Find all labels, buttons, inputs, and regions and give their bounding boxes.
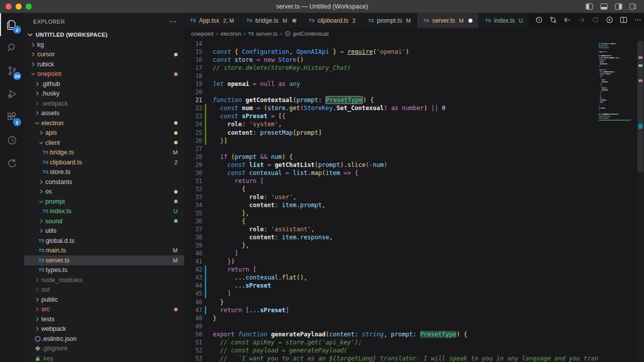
tree-folder-cursor[interactable]: cursor (24, 50, 184, 60)
customize-layout-icon[interactable] (629, 3, 637, 10)
minimize-window-button[interactable] (16, 4, 22, 10)
tree-item-label: .key (42, 355, 53, 362)
tree-file-bridge.ts[interactable]: TSbridge.tsM (24, 148, 184, 158)
line-number: 40 (184, 249, 202, 257)
editor-scrollbar[interactable] (637, 39, 644, 362)
tree-folder-assets[interactable]: assets (24, 109, 184, 119)
tree-folder-utils[interactable]: utils (24, 226, 184, 236)
split-editor-icon[interactable] (620, 16, 627, 26)
gutter-change-indicator (205, 169, 206, 177)
gutter-change-indicator (205, 290, 206, 298)
code-line: 36 { (184, 217, 599, 225)
code-editor[interactable]: 1415const { Configuration, OpenAIApi } =… (184, 39, 644, 362)
line-number: 25 (184, 129, 202, 137)
search-icon[interactable] (0, 36, 24, 59)
scrollbar-thumb[interactable] (637, 41, 643, 172)
tree-folder-dot-husky[interactable]: .husky (24, 89, 184, 99)
gutter-change-indicator (205, 80, 206, 88)
toggle-panel-icon[interactable] (600, 3, 608, 10)
tree-folder-src[interactable]: src (24, 305, 184, 315)
tree-folder-sound[interactable]: sound (24, 216, 184, 226)
zoom-window-button[interactable] (26, 4, 32, 10)
line-number: 41 (184, 257, 202, 265)
tree-folder-constants[interactable]: constants (24, 177, 184, 187)
tab-server.ts[interactable]: TSserver.tsM (417, 13, 479, 28)
breadcrumb-item-getContextual[interactable]: getContextual (285, 31, 329, 37)
more-actions-icon[interactable] (634, 16, 641, 26)
line-number: 47 (184, 306, 202, 314)
chevron-right-icon (29, 41, 37, 48)
tree-file-dot-key[interactable]: .key (24, 353, 184, 362)
tab-App.tsx[interactable]: TSApp.tsx2, M (184, 13, 240, 28)
unsaved-dot-icon[interactable] (468, 19, 472, 23)
tree-folder-apis[interactable]: apis (24, 128, 184, 138)
line-number: 39 (184, 241, 202, 249)
sync-icon[interactable] (592, 16, 599, 26)
timer-run-icon[interactable] (0, 129, 24, 152)
tab-clipboard.ts[interactable]: TSclipboard.ts2 (303, 13, 362, 28)
workspace-section-header[interactable]: UNTITLED (WORKSPACE) (24, 30, 184, 40)
breadcrumb-item-server.ts[interactable]: TSserver.ts (248, 31, 278, 37)
navigate-forward-icon[interactable] (578, 16, 585, 26)
tree-folder-dot-github[interactable]: .github (24, 79, 184, 89)
chevron-right-icon (37, 178, 45, 186)
gutter-change-indicator (205, 96, 206, 104)
run-debug-icon[interactable] (0, 82, 24, 106)
toggle-sidebar-icon[interactable] (586, 3, 593, 10)
tree-folder-prompt[interactable]: prompt (24, 197, 184, 207)
tree-file-dot-eslintrc.json[interactable]: .eslintrc.json (24, 334, 184, 344)
navigate-back-icon[interactable] (564, 16, 571, 26)
explorer-more-actions-icon[interactable]: ⋯ (169, 17, 177, 26)
run-file-icon[interactable] (606, 16, 613, 26)
breadcrumb: onepoint›electron›TSserver.ts›getContext… (184, 28, 644, 39)
code-line: 26 }] (184, 137, 599, 145)
tree-folder-public[interactable]: public (24, 295, 184, 305)
breadcrumb-item-electron[interactable]: electron (220, 31, 241, 37)
tree-file-types.ts[interactable]: TStypes.ts (24, 265, 184, 276)
tree-folder-client[interactable]: client (24, 138, 184, 148)
tab-index.ts[interactable]: TSindex.tsU (479, 13, 529, 28)
tree-folder-node_modules[interactable]: node_modules (24, 275, 184, 285)
code-line: 52 // const payload = generatePayload( (184, 346, 599, 354)
vscode-window: server.ts — Untitled (Workspace) 2 20 (0, 0, 644, 362)
tree-file-server.ts[interactable]: TSserver.tsM (24, 255, 184, 265)
tree-folder-electron[interactable]: electron (24, 118, 184, 128)
source-control-icon[interactable]: 20 (0, 59, 24, 82)
tree-folder-webpack[interactable]: webpack (24, 324, 184, 334)
unsaved-dot-icon[interactable] (292, 19, 296, 23)
breadcrumb-item-onepoint[interactable]: onepoint (191, 31, 213, 37)
loop-extension-icon[interactable] (0, 152, 24, 175)
explorer-icon[interactable]: 2 (0, 13, 24, 36)
breadcrumb-separator: › (244, 30, 246, 37)
tree-folder-tests[interactable]: tests (24, 314, 184, 324)
tree-folder-onepoint[interactable]: onepoint (24, 69, 184, 79)
tree-file-store.ts[interactable]: TSstore.ts (24, 167, 184, 177)
tree-file-index.ts[interactable]: TSindex.tsU (24, 207, 184, 217)
tree-file-clipboard.ts[interactable]: TSclipboard.ts2 (24, 157, 184, 167)
timeline-icon[interactable] (535, 16, 543, 26)
code-line: 29 const list = getChatList(prompt).slic… (184, 161, 599, 169)
open-changes-icon[interactable] (549, 16, 557, 26)
ts-file-icon: TS (485, 18, 491, 23)
git-status-dot (174, 219, 178, 223)
tab-bridge.ts[interactable]: TSbridge.tsM (240, 13, 303, 28)
tree-folder-rubick[interactable]: rubick (24, 59, 184, 69)
chevron-right-icon (37, 129, 45, 136)
line-number: 28 (184, 153, 202, 161)
gutter-change-indicator (205, 209, 206, 217)
line-number: 36 (184, 217, 202, 225)
extensions-icon[interactable]: 2 (0, 106, 24, 129)
tree-file-dot-gitignore[interactable]: .gitignore (24, 344, 184, 354)
tree-file-global.d.ts[interactable]: TSglobal.d.ts (24, 236, 184, 246)
minimap[interactable] (599, 41, 637, 362)
tree-folder-os[interactable]: os (24, 187, 184, 197)
close-window-button[interactable] (6, 4, 12, 10)
tree-folder-out[interactable]: out (24, 285, 184, 295)
tree-folder-kg[interactable]: kg (24, 40, 184, 50)
tree-file-main.ts[interactable]: TSmain.tsM (24, 246, 184, 256)
tree-item-label: clipboard.ts (50, 159, 82, 166)
tree-folder-dot-webpack[interactable]: .webpack (24, 99, 184, 109)
line-number: 49 (184, 322, 202, 330)
toggle-secondary-sidebar-icon[interactable] (615, 3, 622, 10)
tab-prompt.ts[interactable]: TSprompt.tsM (362, 13, 418, 28)
